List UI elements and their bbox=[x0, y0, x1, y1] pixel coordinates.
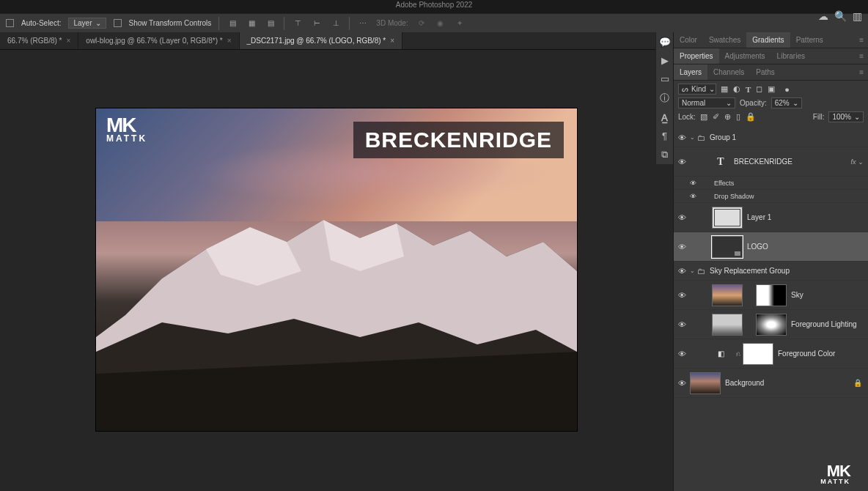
close-icon[interactable]: × bbox=[390, 37, 394, 45]
tab-0[interactable]: 66.7% (RGB/8) *× bbox=[0, 32, 78, 49]
show-transform-checkbox[interactable] bbox=[114, 19, 122, 27]
chat-icon[interactable]: ▭ bbox=[661, 73, 669, 84]
close-icon[interactable]: × bbox=[66, 37, 70, 45]
type-layer-icon: T bbox=[712, 153, 729, 171]
tab-libraries[interactable]: Libraries bbox=[771, 48, 811, 64]
auto-select-dropdown[interactable]: Layer⌄ bbox=[68, 18, 106, 29]
visibility-icon[interactable]: 👁 bbox=[674, 267, 690, 276]
tab-swatches[interactable]: Swatches bbox=[703, 32, 746, 48]
layer-fg-lighting[interactable]: 👁 Foreground Lighting bbox=[674, 310, 868, 339]
3d-icon-3: ✦ bbox=[454, 18, 466, 29]
adjustment-icon: ◧ bbox=[712, 345, 729, 363]
link-icon[interactable]: ⎌ bbox=[734, 350, 743, 358]
layer-sky[interactable]: 👁 Sky bbox=[674, 281, 868, 310]
align-top-icon[interactable]: ⊤ bbox=[292, 18, 304, 29]
comment-icon[interactable]: 💬 bbox=[659, 37, 671, 48]
canvas-area: MK MATTK BRECKENRIDGE bbox=[0, 50, 673, 491]
visibility-icon[interactable]: 👁 bbox=[690, 193, 696, 200]
visibility-icon[interactable]: 👁 bbox=[674, 243, 690, 251]
tab-properties[interactable]: Properties bbox=[674, 48, 719, 64]
right-toolbar: 💬 ▶ ▭ ⓘ A̲ ¶ ⧉ bbox=[655, 32, 673, 164]
visibility-icon[interactable]: 👁 bbox=[690, 180, 696, 187]
search-icon[interactable]: 🔍 bbox=[834, 10, 847, 22]
tab-color[interactable]: Color bbox=[674, 32, 703, 48]
visibility-icon[interactable]: 👁 bbox=[674, 320, 690, 329]
lock-trans-icon[interactable]: ▧ bbox=[700, 112, 707, 122]
tab-channels[interactable]: Channels bbox=[707, 64, 750, 80]
mask-thumb bbox=[756, 314, 787, 336]
visibility-icon[interactable]: 👁 bbox=[674, 350, 690, 358]
chevron-down-icon: ⌄ bbox=[726, 99, 732, 107]
chevron-down-icon[interactable]: ⌄ bbox=[690, 267, 697, 274]
tab-patterns[interactable]: Patterns bbox=[790, 32, 829, 48]
filter-type-icon[interactable]: T bbox=[746, 85, 751, 94]
fill-label: Fill: bbox=[813, 113, 825, 121]
layer-drop-shadow[interactable]: 👁 Drop Shadow bbox=[674, 190, 868, 203]
tab-gradients[interactable]: Gradients bbox=[746, 32, 790, 48]
tab-adjustments[interactable]: Adjustments bbox=[719, 48, 771, 64]
layer-layer1[interactable]: 👁 Layer 1 bbox=[674, 203, 868, 232]
panel-menu-icon[interactable]: ≡ bbox=[855, 36, 868, 44]
filter-smart-icon[interactable]: ▣ bbox=[768, 84, 775, 94]
layer-sky-group[interactable]: 👁 ⌄ 🗀 Sky Replacement Group bbox=[674, 262, 868, 281]
layer-effects[interactable]: 👁 Effects bbox=[674, 177, 868, 190]
layer-fg-color[interactable]: 👁 ◧ ⎌ Foreground Color bbox=[674, 339, 868, 369]
opacity-label: Opacity: bbox=[740, 99, 767, 107]
more-icon[interactable]: ⋯ bbox=[357, 18, 369, 29]
filter-kind-dropdown[interactable]: ᔕKind⌄ bbox=[678, 84, 716, 95]
layer-group1[interactable]: 👁 ⌄ 🗀 Group 1 bbox=[674, 128, 868, 147]
filter-toggle-icon[interactable]: ● bbox=[784, 85, 790, 94]
layer-breckenridge[interactable]: 👁 T BRECKENRIDGE fx ⌄ bbox=[674, 147, 868, 177]
lock-all-icon[interactable]: 🔒 bbox=[746, 112, 756, 122]
info-icon[interactable]: ⓘ bbox=[660, 92, 669, 105]
tab-1[interactable]: owl-blog.jpg @ 66.7% (Layer 0, RGB/8*) *… bbox=[78, 32, 239, 49]
auto-select-checkbox[interactable] bbox=[6, 19, 14, 27]
filter-shape-icon[interactable]: ◻ bbox=[756, 84, 762, 94]
title-bar: Adobe Photoshop 2022 bbox=[0, 0, 868, 13]
lock-icon[interactable]: 🔒 bbox=[853, 379, 862, 387]
cloud-icon[interactable]: ☁ bbox=[818, 10, 828, 22]
chevron-down-icon: ⌄ bbox=[792, 99, 798, 107]
fill-field[interactable]: 100%⌄ bbox=[828, 111, 864, 122]
document-canvas[interactable]: MK MATTK BRECKENRIDGE bbox=[96, 108, 577, 431]
chevron-down-icon: ⌄ bbox=[709, 85, 715, 93]
visibility-icon[interactable]: 👁 bbox=[674, 379, 690, 388]
tab-layers[interactable]: Layers bbox=[674, 64, 707, 80]
color-panel-tabs: Color Swatches Gradients Patterns ≡ bbox=[674, 32, 868, 48]
blend-mode-dropdown[interactable]: Normal⌄ bbox=[678, 97, 735, 108]
lock-pos-icon[interactable]: ⊕ bbox=[724, 112, 731, 122]
options-bar: Auto-Select: Layer⌄ Show Transform Contr… bbox=[0, 13, 868, 32]
filter-adjust-icon[interactable]: ◐ bbox=[733, 84, 740, 94]
chevron-down-icon[interactable]: ⌄ bbox=[690, 134, 697, 141]
close-icon[interactable]: × bbox=[227, 37, 232, 45]
visibility-icon[interactable]: 👁 bbox=[674, 158, 690, 166]
layer-thumb bbox=[712, 284, 743, 306]
panel-menu-icon[interactable]: ≡ bbox=[855, 68, 868, 76]
panel-menu-icon[interactable]: ≡ bbox=[855, 52, 868, 60]
align-bot-icon[interactable]: ⊥ bbox=[330, 18, 342, 29]
workspace-icon[interactable]: ▥ bbox=[853, 10, 862, 22]
char-icon[interactable]: A̲ bbox=[661, 112, 668, 123]
para-icon[interactable]: ¶ bbox=[662, 130, 667, 141]
show-transform-label: Show Transform Controls bbox=[129, 19, 212, 27]
visibility-icon[interactable]: 👁 bbox=[674, 291, 690, 300]
play-icon[interactable]: ▶ bbox=[661, 55, 669, 66]
align-mid-icon[interactable]: ⊢ bbox=[311, 18, 323, 29]
tab-2[interactable]: _DSC2171.jpg @ 66.7% (LOGO, RGB/8) *× bbox=[240, 32, 403, 49]
layer-background[interactable]: 👁 Background 🔒 bbox=[674, 369, 868, 398]
align-right-icon[interactable]: ▤ bbox=[265, 18, 276, 29]
visibility-icon[interactable]: 👁 bbox=[674, 213, 690, 222]
lock-paint-icon[interactable]: ✐ bbox=[713, 112, 719, 122]
opacity-field[interactable]: 62%⌄ bbox=[771, 97, 802, 108]
visibility-icon[interactable]: 👁 bbox=[674, 133, 690, 142]
filter-pixel-icon[interactable]: ▦ bbox=[721, 84, 728, 94]
fx-badge[interactable]: fx ⌄ bbox=[850, 158, 864, 166]
align-center-icon[interactable]: ▦ bbox=[246, 18, 257, 29]
tab-paths[interactable]: Paths bbox=[750, 64, 781, 80]
layer-thumb bbox=[712, 314, 743, 336]
lock-nest-icon[interactable]: ▯ bbox=[736, 112, 740, 122]
history-icon[interactable]: ⧉ bbox=[661, 149, 668, 160]
layer-logo[interactable]: 👁 LOGO bbox=[674, 232, 868, 262]
properties-panel-tabs: Properties Adjustments Libraries ≡ bbox=[674, 48, 868, 64]
align-left-icon[interactable]: ▤ bbox=[227, 18, 238, 29]
